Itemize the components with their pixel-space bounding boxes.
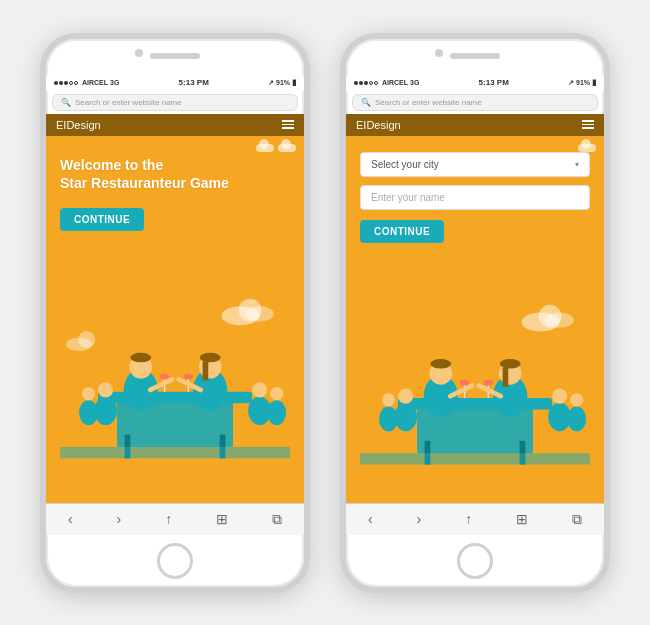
clouds-decoration bbox=[256, 144, 296, 152]
hamburger-menu[interactable] bbox=[282, 120, 294, 129]
chevron-down-icon: ▾ bbox=[575, 160, 579, 169]
welcome-line-1: Welcome to the bbox=[60, 156, 290, 174]
status-right: ↗ 91% ▮ bbox=[268, 78, 296, 87]
restaurant-illustration-2 bbox=[360, 255, 590, 503]
svg-point-38 bbox=[382, 393, 395, 406]
hamburger-line2-2 bbox=[582, 124, 594, 126]
logo-bold: EI bbox=[56, 119, 66, 131]
svg-point-55 bbox=[570, 393, 583, 406]
nav2-forward-icon[interactable]: › bbox=[417, 511, 422, 527]
city-select-placeholder: Select your city bbox=[371, 159, 439, 170]
city-continue-button[interactable]: CONTINUE bbox=[360, 220, 444, 243]
app-header-2: EIDesign bbox=[346, 114, 604, 136]
browser-search-bar[interactable]: 🔍 Search or enter website name bbox=[52, 94, 298, 111]
phone-home-button[interactable] bbox=[157, 543, 193, 579]
svg-point-30 bbox=[78, 331, 95, 348]
phone2-home-button[interactable] bbox=[457, 543, 493, 579]
battery-bar: ▮ bbox=[292, 78, 296, 87]
hamburger-line-3 bbox=[282, 127, 294, 129]
svg-point-13 bbox=[200, 353, 221, 363]
status-bar-2: AIRCEL 3G 5:13 PM ↗ 91% ▮ bbox=[346, 75, 604, 91]
svg-point-54 bbox=[567, 406, 586, 431]
phone-city-select: AIRCEL 3G 5:13 PM ↗ 91% ▮ 🔍 Search or en… bbox=[340, 33, 610, 593]
city-select-dropdown[interactable]: Select your city ▾ bbox=[360, 152, 590, 177]
welcome-continue-button[interactable]: CONTINUE bbox=[60, 208, 144, 231]
nav2-back-icon[interactable]: ‹ bbox=[368, 511, 373, 527]
svg-point-5 bbox=[98, 382, 113, 397]
svg-point-59 bbox=[545, 312, 574, 327]
svg-point-49 bbox=[484, 379, 494, 385]
svg-point-53 bbox=[552, 388, 567, 403]
signal-dots-2 bbox=[354, 81, 378, 85]
svg-point-44 bbox=[500, 359, 521, 369]
nav2-bookmark-icon[interactable]: ⊞ bbox=[516, 511, 528, 527]
signal-dot2-3 bbox=[364, 81, 368, 85]
nav2-tabs-icon[interactable]: ⧉ bbox=[572, 511, 582, 528]
time-label-2: 5:13 PM bbox=[479, 78, 509, 87]
name-placeholder: Enter your name bbox=[371, 192, 445, 203]
status-right-2: ↗ 91% ▮ bbox=[568, 78, 596, 87]
signal-dot-2 bbox=[59, 81, 63, 85]
battery-label-2: 91% bbox=[576, 79, 590, 86]
network-label-2: 3G bbox=[410, 79, 419, 86]
search-placeholder-text: Search or enter website name bbox=[75, 98, 182, 107]
restaurant-illustration bbox=[60, 243, 290, 503]
nav-back-icon[interactable]: ‹ bbox=[68, 511, 73, 527]
nav-share-icon[interactable]: ↑ bbox=[165, 511, 172, 527]
svg-point-28 bbox=[245, 306, 274, 321]
welcome-title: Welcome to the Star Restauranteur Game bbox=[60, 156, 290, 192]
signal-dot-5 bbox=[74, 81, 78, 85]
app-logo-2: EIDesign bbox=[356, 119, 401, 131]
signal-dot2-2 bbox=[359, 81, 363, 85]
svg-point-47 bbox=[460, 379, 470, 385]
svg-point-10 bbox=[130, 353, 151, 363]
name-input-field[interactable]: Enter your name bbox=[360, 185, 590, 210]
svg-point-22 bbox=[252, 382, 267, 397]
svg-rect-25 bbox=[60, 447, 290, 458]
battery-label: 91% bbox=[276, 79, 290, 86]
svg-point-23 bbox=[267, 400, 286, 425]
carrier-label-2: AIRCEL bbox=[382, 79, 408, 86]
clouds-decoration-2 bbox=[578, 144, 596, 152]
signal-dots bbox=[54, 81, 78, 85]
nav-bookmark-icon[interactable]: ⊞ bbox=[216, 511, 228, 527]
signal-dot2-5 bbox=[374, 81, 378, 85]
cloud-1 bbox=[256, 144, 274, 152]
browser-search-bar-2[interactable]: 🔍 Search or enter website name bbox=[352, 94, 598, 111]
hamburger-line-1 bbox=[282, 120, 294, 122]
battery-bar-2: ▮ bbox=[592, 78, 596, 87]
welcome-line-2: Star Restauranteur Game bbox=[60, 174, 290, 192]
svg-point-16 bbox=[160, 374, 170, 380]
hamburger-line2-3 bbox=[582, 127, 594, 129]
cloud-2 bbox=[278, 144, 296, 152]
nav-forward-icon[interactable]: › bbox=[117, 511, 122, 527]
logo-light-2: Design bbox=[366, 119, 400, 131]
phone-screen-welcome: AIRCEL 3G 5:13 PM ↗ 91% ▮ 🔍 Search or en… bbox=[46, 75, 304, 535]
svg-point-7 bbox=[82, 387, 95, 400]
battery-icon: ↗ bbox=[268, 79, 274, 87]
search-icon: 🔍 bbox=[61, 98, 71, 107]
svg-rect-56 bbox=[360, 453, 590, 464]
browser-bottom-nav-2: ‹ › ↑ ⊞ ⧉ bbox=[346, 503, 604, 535]
search-icon-2: 🔍 bbox=[361, 98, 371, 107]
city-select-content: Select your city ▾ Enter your name CONTI… bbox=[346, 136, 604, 503]
signal-dot-3 bbox=[64, 81, 68, 85]
svg-point-41 bbox=[430, 359, 451, 369]
hamburger-menu-2[interactable] bbox=[582, 120, 594, 129]
network-label: 3G bbox=[110, 79, 119, 86]
nav2-share-icon[interactable]: ↑ bbox=[465, 511, 472, 527]
signal-dot2-1 bbox=[354, 81, 358, 85]
phone-camera bbox=[135, 49, 143, 57]
carrier-label: AIRCEL bbox=[82, 79, 108, 86]
status-left-2: AIRCEL 3G bbox=[354, 79, 419, 86]
svg-point-36 bbox=[398, 388, 413, 403]
svg-point-6 bbox=[79, 400, 98, 425]
signal-dot-4 bbox=[69, 81, 73, 85]
hamburger-line-2 bbox=[282, 124, 294, 126]
browser-bottom-nav: ‹ › ↑ ⊞ ⧉ bbox=[46, 503, 304, 535]
nav-tabs-icon[interactable]: ⧉ bbox=[272, 511, 282, 528]
status-bar: AIRCEL 3G 5:13 PM ↗ 91% ▮ bbox=[46, 75, 304, 91]
status-left: AIRCEL 3G bbox=[54, 79, 119, 86]
app-header: EIDesign bbox=[46, 114, 304, 136]
hamburger-line2-1 bbox=[582, 120, 594, 122]
